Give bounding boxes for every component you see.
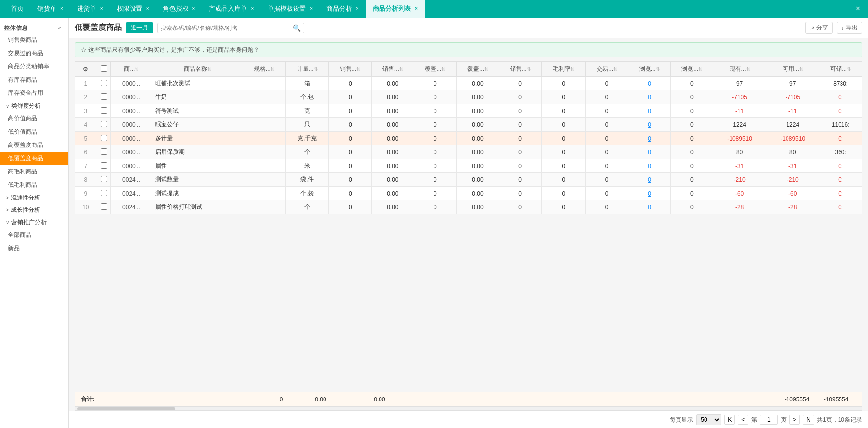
sidebar-item-new-products[interactable]: 新品 — [0, 242, 68, 255]
nav-tab-permission[interactable]: 权限设置 × — [110, 0, 156, 18]
row-browse1[interactable]: 0 — [628, 173, 671, 187]
close-icon[interactable]: × — [100, 0, 103, 18]
row-select-checkbox[interactable] — [101, 121, 107, 127]
scroll-thumb[interactable] — [77, 407, 175, 410]
sidebar-group-growth[interactable]: > 成长性分析 — [0, 204, 68, 216]
row-sales-amount: 0.00 — [372, 173, 414, 187]
nav-tab-role[interactable]: 角色授权 × — [156, 0, 202, 18]
row-browse1[interactable]: 0 — [628, 200, 671, 214]
close-icon[interactable]: × — [310, 0, 313, 18]
row-gross-margin: 0 — [542, 118, 586, 132]
sidebar-item-low-value[interactable]: 低价值商品 — [0, 125, 68, 139]
prev-page-button[interactable]: < — [738, 415, 748, 425]
row-checkbox[interactable] — [97, 77, 110, 90]
row-select-checkbox[interactable] — [101, 107, 107, 114]
col-unit[interactable]: 计量...⇅ — [285, 62, 329, 77]
row-browse1[interactable]: 0 — [628, 77, 671, 90]
row-select-checkbox[interactable] — [101, 135, 107, 141]
col-settings[interactable]: ⚙ — [75, 62, 97, 77]
col-trade[interactable]: 交易...⇅ — [586, 62, 628, 77]
row-checkbox[interactable] — [97, 200, 110, 214]
row-checkbox[interactable] — [97, 187, 110, 200]
row-browse1[interactable]: 0 — [628, 90, 671, 104]
sidebar-group-liquidity[interactable]: > 流通性分析 — [0, 192, 68, 204]
col-sales3[interactable]: 销售...⇅ — [499, 62, 542, 77]
row-checkbox[interactable] — [97, 104, 110, 118]
row-select-checkbox[interactable] — [101, 190, 107, 196]
row-browse1[interactable]: 0 — [628, 159, 671, 173]
col-code[interactable]: 商...⇅ — [110, 62, 152, 77]
row-browse1[interactable]: 0 — [628, 187, 671, 200]
row-select-checkbox[interactable] — [101, 162, 107, 169]
next-page-button[interactable]: > — [789, 415, 800, 425]
nav-tab-template[interactable]: 单据模板设置 × — [261, 0, 320, 18]
row-checkbox[interactable] — [97, 159, 110, 173]
col-sales-qty[interactable]: 销售...⇅ — [329, 62, 372, 77]
col-name[interactable]: 商品名称⇅ — [152, 62, 243, 77]
nav-tab-home[interactable]: 首页 — [4, 0, 30, 18]
sidebar-item-high-margin[interactable]: 高毛利商品 — [0, 165, 68, 178]
share-button[interactable]: ↗ 分享 — [805, 22, 833, 34]
close-icon[interactable]: × — [60, 0, 63, 18]
current-page-input[interactable] — [760, 415, 778, 425]
row-checkbox[interactable] — [97, 145, 110, 159]
row-select-checkbox[interactable] — [101, 93, 107, 100]
close-icon[interactable]: × — [356, 0, 359, 18]
col-cover2[interactable]: 覆盖...⇅ — [457, 62, 499, 77]
select-all-checkbox[interactable] — [101, 65, 107, 72]
horizontal-scrollbar[interactable] — [75, 407, 862, 411]
sidebar-item-low-coverage[interactable]: 低覆盖度商品 — [0, 152, 68, 165]
nav-tab-analysis[interactable]: 商品分析 × — [320, 0, 366, 18]
sidebar-item-capital-usage[interactable]: 库存资金占用 — [0, 86, 68, 100]
row-sales-amount: 0.00 — [372, 159, 414, 173]
sidebar-item-all-products[interactable]: 全部商品 — [0, 228, 68, 242]
nav-tab-production[interactable]: 产成品入库单 × — [202, 0, 261, 18]
nav-tab-sales[interactable]: 销货单 × — [30, 0, 70, 18]
row-trade: 0 — [586, 173, 628, 187]
close-icon[interactable]: × — [192, 0, 195, 18]
close-icon[interactable]: × — [146, 0, 149, 18]
sidebar-group-marketing[interactable]: ∨ 营销推广分析 — [0, 216, 68, 228]
sidebar-item-low-margin[interactable]: 低毛利商品 — [0, 178, 68, 192]
row-browse1[interactable]: 0 — [628, 118, 671, 132]
sidebar-item-traded-products[interactable]: 交易过的商品 — [0, 47, 68, 60]
close-icon[interactable]: × — [251, 0, 254, 18]
row-select-checkbox[interactable] — [101, 203, 107, 210]
nav-tab-purchase[interactable]: 进货单 × — [70, 0, 110, 18]
col-cover1[interactable]: 覆盖...⇅ — [414, 62, 457, 77]
row-select-checkbox[interactable] — [101, 176, 107, 182]
row-select-checkbox[interactable] — [101, 148, 107, 155]
col-browse1[interactable]: 浏览...⇅ — [628, 62, 671, 77]
row-browse1[interactable]: 0 — [628, 104, 671, 118]
export-button[interactable]: ↓ 导出 — [837, 22, 862, 34]
row-checkbox[interactable] — [97, 132, 110, 145]
sidebar-item-category-rate[interactable]: 商品分类动销率 — [0, 60, 68, 73]
col-available-stock[interactable]: 可用...⇅ — [766, 62, 819, 77]
sidebar-item-high-value[interactable]: 高价值商品 — [0, 112, 68, 125]
first-page-button[interactable]: K — [724, 415, 735, 425]
sidebar-item-in-stock[interactable]: 有库存商品 — [0, 73, 68, 86]
close-icon[interactable]: × — [415, 0, 418, 18]
row-browse1[interactable]: 0 — [628, 132, 671, 145]
col-saleable[interactable]: 可销...⇅ — [819, 62, 862, 77]
col-current-stock[interactable]: 现有...⇅ — [713, 62, 766, 77]
col-sales-amount[interactable]: 销售...⇅ — [372, 62, 414, 77]
close-all-button[interactable]: × — [852, 4, 864, 13]
sidebar-group-freshness[interactable]: ∨ 类鲜度分析 — [0, 100, 68, 112]
col-spec[interactable]: 规格...⇅ — [243, 62, 286, 77]
sidebar-collapse-button[interactable]: « — [55, 24, 64, 32]
col-browse2[interactable]: 浏览...⇅ — [671, 62, 713, 77]
row-select-checkbox[interactable] — [101, 80, 107, 86]
row-checkbox[interactable] — [97, 173, 110, 187]
sidebar-item-sales-products[interactable]: 销售类商品 — [0, 33, 68, 47]
sidebar-item-high-coverage[interactable]: 高覆盖度商品 — [0, 139, 68, 152]
search-input[interactable] — [161, 25, 293, 31]
last-page-button[interactable]: N — [803, 415, 814, 425]
nav-tab-analysis-list[interactable]: 商品分析列表 × — [366, 0, 425, 18]
date-filter-button[interactable]: 近一月 — [126, 22, 153, 33]
row-browse1[interactable]: 0 — [628, 145, 671, 159]
row-checkbox[interactable] — [97, 118, 110, 132]
per-page-select[interactable]: 50 100 200 — [696, 414, 721, 425]
col-gross-margin[interactable]: 毛利率⇅ — [542, 62, 586, 77]
row-checkbox[interactable] — [97, 90, 110, 104]
